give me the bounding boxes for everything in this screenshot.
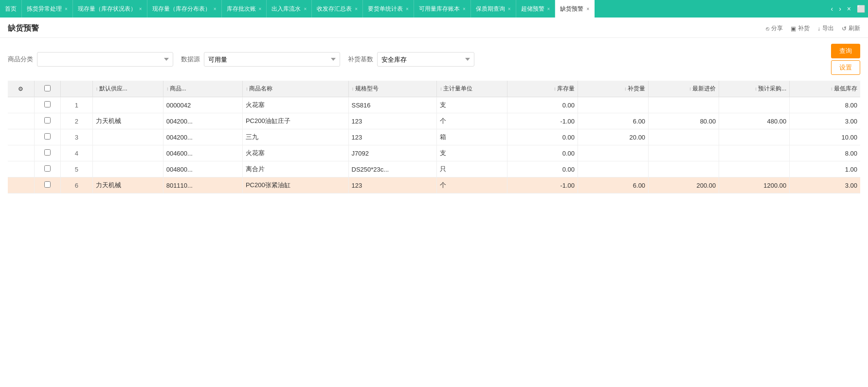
tab-next-btn[interactable]: › [836,0,844,18]
row-forecast-5: 1200.00 [719,177,790,194]
tab-label-summary: 收发存汇总表 [317,5,352,13]
close-icon-available[interactable]: × [463,6,466,12]
close-icon-inventory-dist[interactable]: × [214,6,217,12]
row-supplier-3 [92,145,163,161]
row-settings-5 [8,177,34,194]
row-check-3[interactable] [34,145,60,161]
datasource-select[interactable]: 可用量 [204,52,340,67]
close-icon-expiry[interactable]: × [508,6,511,12]
row-checkbox-2[interactable] [44,133,51,140]
col-label-replenish: 补货量 [628,85,645,92]
row-checkbox-0[interactable] [44,101,51,107]
row-checkbox-3[interactable] [44,149,51,156]
col-header-check[interactable] [34,81,60,97]
row-checkbox-1[interactable] [44,117,51,123]
col-header-supplier[interactable]: ↕默认供应... [92,81,163,97]
action-buttons: 查询 设置 [831,44,860,75]
row-check-0[interactable] [34,97,60,113]
row-stock-3: 0.00 [507,145,578,161]
col-header-stock[interactable]: ↕库存量 [507,81,578,97]
share-action[interactable]: ⎋ 分享 [766,24,783,33]
row-minstock-4: 1.00 [790,161,860,177]
col-label-minstock: 最低库存 [834,85,857,92]
row-num-5: 6 [61,177,92,194]
row-code-2: 004200... [163,129,242,145]
row-supplier-5: 力天机械 [92,177,163,194]
row-spec-2: 123 [348,129,436,145]
tab-expiry[interactable]: 保质期查询 × [471,0,516,18]
header-actions: ⎋ 分享 ▣ 补货 ↓ 导出 ↺ 刷新 [766,24,860,33]
row-checkbox-5[interactable] [44,181,51,188]
row-check-4[interactable] [34,161,60,177]
col-header-name[interactable]: ↕商品名称 [242,81,348,97]
select-all-checkbox[interactable] [44,85,51,91]
row-check-2[interactable] [34,129,60,145]
row-minstock-3: 8.00 [790,145,860,161]
tab-summary[interactable]: 收发存汇总表 × [312,0,363,18]
row-stock-2: 0.00 [507,129,578,145]
tab-label-inventory-dist: 现存量（库存分布表） [152,5,211,13]
table-row: 6 力天机械 801110... PC200张紧油缸 123 个 -1.00 6… [8,177,860,194]
col-header-code[interactable]: ↕商品... [163,81,242,97]
export-action[interactable]: ↓ 导出 [817,24,834,33]
row-forecast-1: 480.00 [719,113,790,129]
row-code-0: 0000042 [163,97,242,113]
col-label-stock: 库存量 [557,85,575,92]
col-header-price[interactable]: ↕最新进价 [649,81,719,97]
tab-overstock[interactable]: 超储预警 × [516,0,556,18]
col-header-forecast[interactable]: ↕预计采购... [719,81,790,97]
tab-home[interactable]: 首页 [0,0,22,18]
category-label: 商品分类 [8,55,33,64]
row-check-1[interactable] [34,113,60,129]
replenish-base-select[interactable]: 安全库存 [377,52,474,67]
close-icon-demand[interactable]: × [406,6,409,12]
row-check-5[interactable] [34,177,60,194]
col-label-name: 商品名称 [249,85,272,92]
col-label-spec: 规格型号 [355,85,379,92]
close-icon-summary[interactable]: × [355,6,358,12]
gear-icon[interactable]: ⚙ [11,86,31,92]
tab-prev-btn[interactable]: ‹ [828,0,836,18]
close-icon-picking[interactable]: × [65,6,68,12]
query-button[interactable]: 查询 [831,44,860,58]
tab-shortage[interactable]: 缺货预警 × [555,0,595,18]
row-unit-4: 只 [436,161,507,177]
row-settings-1 [8,113,34,129]
close-icon-overstock[interactable]: × [547,6,550,12]
row-replenish-0 [578,97,649,113]
close-icon-inout[interactable]: × [304,6,307,12]
export-label: 导出 [822,24,834,33]
tab-batch[interactable]: 库存批次账 × [222,0,267,18]
col-header-settings[interactable]: ⚙ [8,81,34,97]
row-checkbox-4[interactable] [44,165,51,172]
refresh-action[interactable]: ↺ 刷新 [842,24,860,33]
tab-inventory-status[interactable]: 现存量（库存状况表） × [73,0,147,18]
tab-picking[interactable]: 拣货异常处理 × [22,0,73,18]
row-settings-0 [8,97,34,113]
col-header-spec[interactable]: ↕规格型号 [348,81,436,97]
col-header-unit[interactable]: ↕主计量单位 [436,81,507,97]
row-stock-5: -1.00 [507,177,578,194]
replenish-action[interactable]: ▣ 补货 [791,24,810,33]
row-num-0: 1 [61,97,92,113]
tab-maximize-btn[interactable]: ⬜ [854,0,868,18]
settings-button[interactable]: 设置 [831,60,860,75]
tab-inout[interactable]: 出入库流水 × [267,0,312,18]
col-header-minstock[interactable]: ↕最低库存 [790,81,860,97]
tab-label-available: 可用量库存账本 [419,5,460,13]
tab-close-btn[interactable]: × [844,0,854,18]
close-icon-inventory-status[interactable]: × [139,6,142,12]
tab-available[interactable]: 可用量库存账本 × [414,0,471,18]
col-header-replenish[interactable]: ↕补货量 [578,81,649,97]
tab-inventory-dist[interactable]: 现存量（库存分布表） × [147,0,222,18]
close-icon-shortage[interactable]: × [586,6,589,12]
category-select[interactable] [37,52,173,67]
row-minstock-5: 3.00 [790,177,860,194]
tab-label-picking: 拣货异常处理 [27,5,62,13]
tab-demand[interactable]: 要货单统计表 × [363,0,414,18]
replenish-base-filter-group: 补货基数 安全库存 [348,52,474,67]
row-code-5: 801110... [163,177,242,194]
row-replenish-4 [578,161,649,177]
row-stock-1: -1.00 [507,113,578,129]
close-icon-batch[interactable]: × [259,6,262,12]
